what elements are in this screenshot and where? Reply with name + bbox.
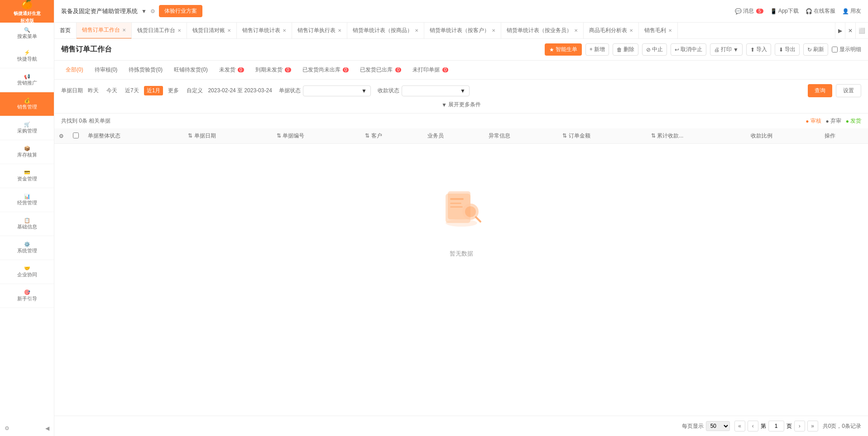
filter-tab-pending-review[interactable]: 待审核(0) [90, 64, 122, 76]
select-all-checkbox[interactable] [73, 133, 79, 138]
tab-maximize[interactable]: ⬜ [855, 23, 868, 39]
status-filter-select[interactable]: ▼ [303, 85, 371, 96]
tab-cash-reconcile-close[interactable]: ✕ [227, 28, 231, 33]
settings-icon[interactable]: ⚙ [5, 425, 10, 431]
filter-tab-overdue[interactable]: 到期未发货 0 [251, 64, 296, 76]
tab-sales-workbench-close[interactable]: ✕ [122, 28, 126, 33]
filter-tab-shipped-out[interactable]: 已发货已出库 0 [355, 64, 406, 76]
sidebar-item-operation[interactable]: 📊 经营管理 [0, 188, 54, 212]
import-icon: ⬆ [750, 47, 755, 53]
tab-sales-summary-product[interactable]: 销货单统计表（按商品） ✕ [347, 23, 424, 39]
ship-action[interactable]: ● 发货 [846, 117, 861, 125]
sidebar-item-finance[interactable]: 💳 资金管理 [0, 164, 54, 188]
page-prev-btn[interactable]: ‹ [748, 421, 758, 431]
industry-btn[interactable]: 体验行业方案 [159, 5, 202, 17]
sidebar-item-system[interactable]: ⚙️ 系统管理 [0, 236, 54, 260]
page-actions: ★ 智能生单 + 新增 🗑 删除 ⊘ 中止 ↩ [545, 43, 861, 56]
payment-filter-select[interactable]: ▼ [402, 85, 470, 96]
tab-sales-workbench[interactable]: 销售订单工作台 ✕ [77, 23, 132, 39]
refresh-btn[interactable]: ↻ 刷新 [803, 43, 828, 56]
online-service-action[interactable]: 🎧 在线客服 [806, 7, 835, 15]
sidebar-item-cooperation[interactable]: 🤝 企业协同 [0, 260, 54, 284]
message-action[interactable]: 💬 消息 5 [735, 7, 763, 15]
page-input[interactable] [768, 421, 784, 431]
th-config[interactable]: ⚙ [54, 128, 68, 144]
tab-close-staff[interactable]: ✕ [574, 28, 578, 33]
filter-tab-wangpu[interactable]: 旺铺待发货(0) [169, 64, 212, 76]
tab-sales-summary-staff[interactable]: 销货单统计表（按业务员） ✕ [501, 23, 584, 39]
settings-gear-icon[interactable]: ⚙ [150, 8, 155, 14]
date-opt-custom[interactable]: 自定义 [184, 86, 206, 95]
th-checkbox[interactable] [68, 128, 83, 144]
filter-tab-all[interactable]: 全部(0) [61, 64, 88, 76]
app-download-action[interactable]: 📱 App下载 [770, 7, 799, 15]
sidebar-item-inventory[interactable]: 📦 库存核算 [0, 140, 54, 164]
expand-more-btn[interactable]: ▼ 展开更多条件 [441, 101, 481, 109]
tab-scroll-right[interactable]: ▶ [835, 23, 845, 39]
date-opt-yesterday[interactable]: 昨天 [85, 86, 101, 95]
th-customer[interactable]: ⇅ 客户 [360, 128, 423, 144]
tab-sales-summary-customer[interactable]: 销货单统计表（按客户） ✕ [424, 23, 501, 39]
tab-gross-margin[interactable]: 商品毛利分析表 ✕ [584, 23, 639, 39]
per-page-select[interactable]: 50 100 200 [706, 421, 730, 431]
system-dropdown[interactable]: ▼ [141, 8, 147, 14]
export-btn[interactable]: ⬇ 导出 [775, 43, 800, 56]
filter-tab-shipped-not-out[interactable]: 已发货尚未出库 0 [298, 64, 354, 76]
cancel-review-action[interactable]: ● 弃审 [826, 117, 841, 125]
date-opt-today[interactable]: 今天 [104, 86, 120, 95]
date-opt-7days[interactable]: 近7天 [122, 86, 142, 95]
tab-sales-stats-close[interactable]: ✕ [283, 28, 286, 33]
sidebar-search-item[interactable]: 🔍 搜索菜单 [0, 23, 54, 44]
tab-gross-margin-label: 商品毛利分析表 [589, 27, 627, 34]
query-btn[interactable]: 查询 [808, 84, 832, 97]
tab-sales-profit[interactable]: 销售毛利 ✕ [639, 23, 678, 39]
tab-close-customer[interactable]: ✕ [492, 28, 495, 33]
print-btn[interactable]: 🖨 打印 ▼ [710, 43, 743, 56]
th-collected[interactable]: ⇅ 累计收款... [647, 128, 746, 144]
add-btn[interactable]: + 新增 [585, 43, 609, 56]
th-number[interactable]: ⇅ 单据编号 [272, 128, 361, 144]
dropdown-arrow-icon: ▼ [141, 8, 147, 14]
sidebar-item-sales[interactable]: 💰 销售管理 [0, 92, 54, 116]
sidebar-item-quick-nav[interactable]: ⚡ 快捷导航 [0, 44, 54, 68]
tab-sales-execute-close[interactable]: ✕ [338, 28, 341, 33]
header-right: 💬 消息 5 📱 App下载 🎧 在线客服 👤 用友 [735, 7, 861, 15]
sidebar-item-marketing[interactable]: 📢 营销推广 [0, 68, 54, 92]
page-first-btn[interactable]: « [734, 421, 745, 431]
th-date[interactable]: ⇅ 单据日期 [183, 128, 272, 144]
filter-tab-not-shipped[interactable]: 未发货 0 [215, 64, 249, 76]
tab-cash-daily-close[interactable]: ✕ [177, 28, 181, 33]
tab-close-all[interactable]: ✕ [845, 23, 855, 39]
user-action[interactable]: 👤 用友 [842, 7, 861, 15]
page-next-btn[interactable]: › [794, 421, 805, 431]
setting-btn[interactable]: 设置 [836, 84, 861, 97]
filter-tab-not-printed[interactable]: 未打印单据 0 [408, 64, 453, 76]
stop-btn[interactable]: ⊘ 中止 [642, 43, 667, 56]
tab-sales-stats[interactable]: 销售订单统计表 ✕ [237, 23, 292, 39]
filter-tab-overdue-label: 到期未发货 [255, 66, 283, 73]
page-last-btn[interactable]: » [807, 421, 818, 431]
show-detail-checkbox[interactable] [832, 47, 838, 52]
tab-close-product[interactable]: ✕ [415, 28, 418, 33]
th-amount[interactable]: ⇅ 订单金额 [558, 128, 647, 144]
tab-close-gross[interactable]: ✕ [629, 28, 633, 33]
tab-sales-execute[interactable]: 销售订单执行表 ✕ [292, 23, 347, 39]
tab-cash-daily[interactable]: 钱货日清工作台 ✕ [132, 23, 187, 39]
date-options: 昨天 今天 近7天 近1月 更多 自定义 [85, 86, 206, 95]
delete-btn[interactable]: 🗑 删除 [613, 43, 638, 56]
cancel-stop-btn[interactable]: ↩ 取消中止 [671, 43, 706, 56]
collapse-icon[interactable]: ◀ [45, 425, 49, 431]
tab-sales-stats-label: 销售订单统计表 [242, 27, 280, 34]
tab-cash-reconcile[interactable]: 钱货日清对账 ✕ [187, 23, 237, 39]
date-opt-more[interactable]: 更多 [165, 86, 182, 95]
import-btn[interactable]: ⬆ 导入 [746, 43, 771, 56]
sidebar-item-purchase[interactable]: 🛒 采购管理 [0, 116, 54, 140]
sidebar-item-basic[interactable]: 📋 基础信息 [0, 212, 54, 236]
filter-tab-pending-check[interactable]: 待拣货验货(0) [124, 64, 167, 76]
smart-btn[interactable]: ★ 智能生单 [545, 43, 582, 56]
date-opt-1month[interactable]: 近1月 [144, 86, 163, 95]
review-action[interactable]: ● 审核 [806, 117, 821, 125]
tab-close-profit[interactable]: ✕ [668, 28, 672, 33]
sidebar-item-guide[interactable]: 🎯 新手引导 [0, 284, 54, 308]
tab-home[interactable]: 首页 [54, 23, 77, 39]
